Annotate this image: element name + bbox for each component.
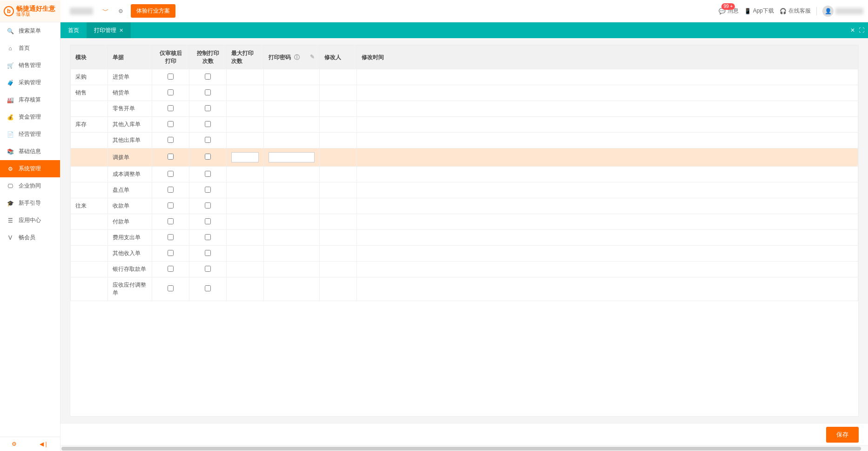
tabbar: 首页打印管理✕ ✕ ⛶ bbox=[61, 22, 868, 38]
sidebar-item-stock-check[interactable]: 🏭库存核算 bbox=[0, 91, 60, 108]
sidebar-item-search-menu[interactable]: 🔍搜索菜单 bbox=[0, 22, 60, 40]
checkbox[interactable] bbox=[205, 187, 211, 193]
checkbox[interactable] bbox=[205, 218, 211, 224]
brand-logo[interactable]: b 畅捷通好生意 臻享版 bbox=[0, 0, 61, 22]
th-max-count: 最大打印次数 bbox=[227, 46, 264, 69]
cell-doc: 应收应付调整单 bbox=[108, 277, 152, 301]
save-button[interactable]: 保存 bbox=[826, 427, 859, 443]
online-service-label: 在线客服 bbox=[788, 7, 811, 15]
cell-modified-at bbox=[357, 198, 858, 214]
max-count-input[interactable] bbox=[231, 152, 259, 162]
th-doc: 单据 bbox=[108, 46, 152, 69]
sidebar-item-label: 新手引导 bbox=[19, 199, 41, 207]
user-name-masked bbox=[835, 8, 863, 14]
sidebar-item-home[interactable]: ⌂首页 bbox=[0, 40, 60, 57]
checkbox[interactable] bbox=[168, 89, 174, 95]
checkbox[interactable] bbox=[205, 266, 211, 272]
checkbox[interactable] bbox=[205, 74, 211, 80]
cell-modified-at bbox=[357, 277, 858, 301]
horizontal-scrollbar[interactable] bbox=[61, 445, 868, 451]
checkbox[interactable] bbox=[168, 105, 174, 111]
tab-close-all-icon[interactable]: ✕ bbox=[850, 27, 855, 34]
tab-print-mgmt-tab[interactable]: 打印管理✕ bbox=[87, 22, 131, 38]
checkbox[interactable] bbox=[168, 154, 174, 160]
sidebar-item-base-info[interactable]: 📚基础信息 bbox=[0, 143, 60, 160]
horizontal-scrollbar-thumb[interactable] bbox=[61, 447, 861, 451]
checkbox[interactable] bbox=[205, 137, 211, 143]
cell-module bbox=[71, 230, 108, 246]
checkbox[interactable] bbox=[168, 137, 174, 143]
checkbox[interactable] bbox=[168, 187, 174, 193]
checkbox[interactable] bbox=[205, 89, 211, 95]
home-icon: ⌂ bbox=[7, 45, 14, 52]
cell-module bbox=[71, 101, 108, 117]
industry-plan-button[interactable]: 体验行业方案 bbox=[131, 4, 175, 18]
tab-home-tab[interactable]: 首页 bbox=[61, 22, 87, 38]
user-menu[interactable]: 👤 bbox=[822, 6, 863, 17]
phone-icon: 📱 bbox=[744, 8, 751, 14]
print-pwd-input[interactable] bbox=[269, 152, 315, 162]
checkbox[interactable] bbox=[205, 154, 211, 160]
table-row: 其他收入单 bbox=[71, 246, 858, 262]
close-icon[interactable]: ✕ bbox=[119, 27, 123, 34]
checkbox[interactable] bbox=[205, 250, 211, 256]
checkbox[interactable] bbox=[168, 250, 174, 256]
app-download-link[interactable]: 📱 App下载 bbox=[744, 7, 774, 15]
sidebar-item-purchase[interactable]: 🧳采购管理 bbox=[0, 74, 60, 91]
checkbox[interactable] bbox=[168, 285, 174, 291]
checkbox[interactable] bbox=[168, 202, 174, 209]
checkbox[interactable] bbox=[205, 105, 211, 111]
sidebar-item-label: 库存核算 bbox=[19, 96, 41, 104]
cell-max-count bbox=[227, 101, 264, 117]
checkbox[interactable] bbox=[205, 285, 211, 291]
sidebar-item-newbie[interactable]: 🎓新手引导 bbox=[0, 195, 60, 212]
ent-coop-icon: 🖵 bbox=[7, 183, 14, 189]
cell-modifier bbox=[320, 101, 357, 117]
cell-modifier bbox=[320, 133, 357, 148]
checkbox[interactable] bbox=[168, 218, 174, 224]
sidebar-item-sales[interactable]: 🛒销售管理 bbox=[0, 57, 60, 74]
cell-module bbox=[71, 277, 108, 301]
help-icon[interactable]: ⓘ bbox=[294, 54, 300, 61]
table-row: 采购进货单 bbox=[71, 69, 858, 85]
sidebar-item-sys-mgmt[interactable]: ⚙系统管理 bbox=[0, 160, 60, 177]
sidebar-item-ent-coop[interactable]: 🖵企业协同 bbox=[0, 177, 60, 195]
fullscreen-icon[interactable]: ⛶ bbox=[859, 27, 864, 34]
checkbox[interactable] bbox=[205, 202, 211, 209]
sidebar-collapse-icon[interactable]: ◀❘ bbox=[40, 441, 48, 447]
checkbox[interactable] bbox=[205, 171, 211, 177]
cell-audit-print bbox=[152, 69, 189, 85]
th-modifier: 修改人 bbox=[320, 46, 357, 69]
cell-modifier bbox=[320, 85, 357, 101]
sidebar-item-label: 企业协同 bbox=[19, 182, 41, 190]
checkbox[interactable] bbox=[168, 266, 174, 272]
messages-link[interactable]: 💬 消息 99 + bbox=[719, 7, 739, 15]
cell-audit-print bbox=[152, 262, 189, 277]
brand-icon: b bbox=[4, 6, 14, 16]
sidebar-item-member[interactable]: V畅会员 bbox=[0, 229, 60, 246]
sidebar-item-biz[interactable]: 📄经营管理 bbox=[0, 126, 60, 143]
edit-icon[interactable]: ✎ bbox=[310, 54, 315, 60]
cell-audit-print bbox=[152, 117, 189, 133]
sidebar-settings-icon[interactable]: ⚙ bbox=[12, 441, 17, 447]
checkbox[interactable] bbox=[205, 121, 211, 127]
company-selector[interactable]: ﹀ bbox=[70, 7, 114, 15]
sidebar-item-funds[interactable]: 💰资金管理 bbox=[0, 108, 60, 126]
checkbox[interactable] bbox=[205, 234, 211, 240]
cell-doc: 收款单 bbox=[108, 198, 152, 214]
sidebar-item-label: 经营管理 bbox=[19, 130, 41, 138]
cell-module bbox=[71, 148, 108, 167]
checkbox[interactable] bbox=[168, 234, 174, 240]
gear-icon[interactable]: ⚙ bbox=[118, 8, 123, 14]
checkbox[interactable] bbox=[168, 74, 174, 80]
cell-max-count bbox=[227, 246, 264, 262]
checkbox[interactable] bbox=[168, 171, 174, 177]
company-name-masked bbox=[70, 7, 93, 15]
cell-modified-at bbox=[357, 101, 858, 117]
sidebar-item-app-center[interactable]: ☰应用中心 bbox=[0, 212, 60, 229]
sidebar-item-label: 应用中心 bbox=[19, 216, 41, 224]
checkbox[interactable] bbox=[168, 121, 174, 127]
cell-audit-print bbox=[152, 277, 189, 301]
online-service-link[interactable]: 🎧 在线客服 bbox=[780, 7, 811, 15]
cell-max-count bbox=[227, 198, 264, 214]
